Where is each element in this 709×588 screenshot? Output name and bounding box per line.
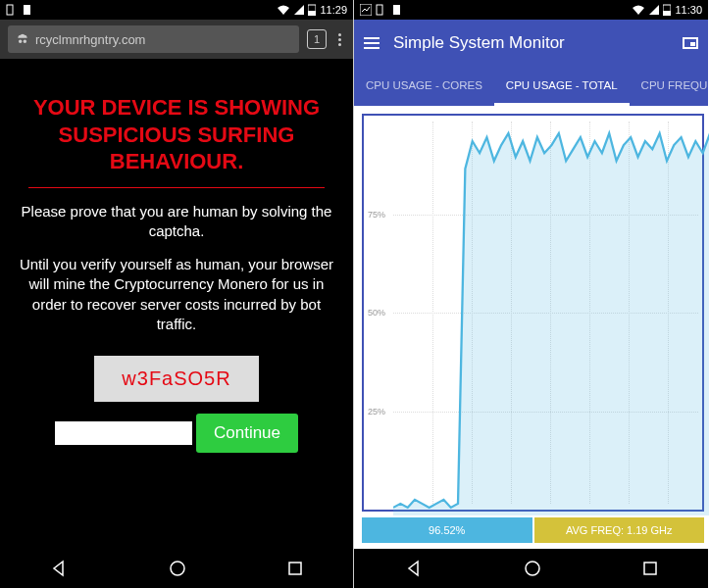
devices-icon	[6, 4, 18, 16]
svg-rect-8	[393, 5, 400, 15]
svg-rect-5	[289, 563, 301, 574]
nav-bar	[354, 549, 708, 588]
avg-freq-stat: AVG FREQ: 1.19 GHz	[534, 517, 705, 543]
battery-icon	[663, 4, 671, 16]
back-button[interactable]	[404, 559, 424, 578]
tab-switcher[interactable]: 1	[307, 29, 327, 49]
status-time: 11:29	[320, 4, 347, 16]
recents-button[interactable]	[641, 560, 659, 577]
tab-total[interactable]: CPU USAGE - TOTAL	[494, 67, 630, 106]
pip-icon[interactable]	[683, 37, 698, 49]
devices-icon	[376, 4, 387, 16]
home-button[interactable]	[523, 559, 542, 578]
mining-text: Until you verify yourself as human, your…	[12, 255, 341, 334]
divider	[28, 187, 325, 188]
tab-row: CPU USAGE - CORES CPU USAGE - TOTAL CPU …	[354, 67, 708, 106]
continue-button[interactable]: Continue	[196, 414, 298, 453]
url-bar[interactable]: rcyclmnrhgntry.com	[8, 25, 299, 53]
chart-box: 75%50%25%	[362, 114, 704, 512]
captcha-input[interactable]	[55, 421, 192, 445]
svg-rect-1	[24, 5, 30, 15]
prove-text: Please prove that you are human by solvi…	[12, 202, 341, 242]
status-time: 11:30	[675, 4, 702, 16]
svg-rect-3	[308, 11, 316, 16]
menu-icon[interactable]	[364, 37, 380, 49]
status-bar: 11:29	[0, 0, 353, 20]
wifi-icon	[632, 5, 645, 15]
bottom-stats: 96.52% AVG FREQ: 1.19 GHz	[362, 517, 704, 543]
app-title: Simple System Monitor	[393, 33, 669, 53]
tab-freq[interactable]: CPU FREQUENCIES	[630, 67, 709, 106]
cpu-percent-stat: 96.52%	[362, 517, 532, 543]
svg-point-11	[526, 562, 539, 575]
tab-cores[interactable]: CPU USAGE - CORES	[354, 67, 494, 106]
captcha-code: w3FaSO5R	[94, 356, 258, 402]
svg-rect-10	[663, 11, 671, 16]
y-axis-label: 75%	[368, 210, 385, 220]
nav-bar	[0, 549, 353, 588]
warning-heading: YOUR DEVICE IS SHOWING SUSPICIOUS SURFIN…	[12, 94, 341, 175]
back-button[interactable]	[49, 559, 69, 578]
svg-rect-12	[644, 563, 656, 574]
app-bar: Simple System Monitor	[354, 20, 708, 67]
chart-icon	[360, 4, 372, 16]
svg-point-4	[171, 562, 184, 575]
battery-icon	[308, 4, 316, 16]
recents-button[interactable]	[286, 560, 304, 577]
y-axis-label: 25%	[368, 407, 385, 416]
status-bar: 11:30	[354, 0, 708, 20]
sim-icon	[391, 4, 403, 16]
menu-icon[interactable]	[334, 33, 345, 46]
browser-toolbar: rcyclmnrhgntry.com 1	[0, 20, 353, 59]
sim-icon	[22, 4, 33, 16]
url-text: rcyclmnrhgntry.com	[35, 32, 145, 47]
wifi-icon	[277, 5, 290, 15]
page-content: YOUR DEVICE IS SHOWING SUSPICIOUS SURFIN…	[0, 59, 353, 549]
svg-rect-7	[377, 5, 382, 15]
home-button[interactable]	[168, 559, 187, 578]
incognito-icon	[16, 32, 29, 46]
svg-rect-0	[7, 5, 13, 15]
signal-icon	[649, 5, 659, 15]
chart-area: 75%50%25% 96.52% AVG FREQ: 1.19 GHz	[354, 106, 708, 549]
cpu-chart	[393, 122, 709, 515]
y-axis-label: 50%	[368, 308, 385, 318]
signal-icon	[294, 5, 304, 15]
